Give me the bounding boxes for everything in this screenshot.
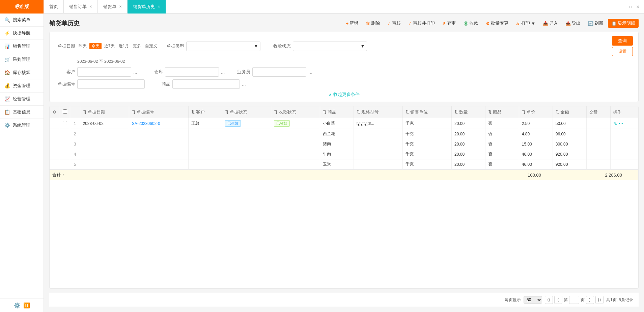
row-amount-4: 920.00 xyxy=(553,159,586,170)
page-next-btn[interactable]: ⟩ xyxy=(586,296,594,304)
row-edit-icon-0[interactable]: ✎ xyxy=(613,121,617,126)
page-input[interactable]: 1 xyxy=(569,296,579,304)
customer-input[interactable] xyxy=(77,67,131,77)
goods-ellipsis[interactable]: ... xyxy=(242,81,246,87)
show-detail-button[interactable]: 📋 显示明细 xyxy=(608,19,639,28)
shortcut-custom[interactable]: 自定义 xyxy=(144,43,159,49)
review-print-label: 审核并打印 xyxy=(413,20,435,26)
pause-footer-icon[interactable]: ⏸️ xyxy=(23,302,30,309)
tab-sales-goods-close[interactable]: ✕ xyxy=(119,5,122,8)
col-checkbox[interactable] xyxy=(60,106,70,118)
shortcut-today[interactable]: 今天 xyxy=(89,43,102,49)
col-date[interactable]: ⇅ 单据日期 xyxy=(80,106,129,118)
tab-sales-history[interactable]: 销货单历史 ✕ xyxy=(128,0,166,14)
toggle-more-btn[interactable]: ∧ 收起更多条件 xyxy=(55,92,633,98)
sidebar-item-sales-mgmt[interactable]: 📊 销售管理 xyxy=(0,40,44,53)
window-max-btn[interactable]: □ xyxy=(627,3,634,10)
col-unit[interactable]: ⇅ 销售单位 xyxy=(402,106,451,118)
col-spec[interactable]: ⇅ 规格型号 xyxy=(354,106,402,118)
col-doc-no[interactable]: ⇅ 单据编号 xyxy=(129,106,188,118)
import-button[interactable]: 📥 导入 xyxy=(540,19,561,28)
tab-sales-goods[interactable]: 销货单 ✕ xyxy=(98,0,128,14)
batch-change-button[interactable]: ⚙ 批量变更 xyxy=(483,19,511,28)
customer-ellipsis[interactable]: ... xyxy=(133,69,137,75)
sidebar-item-basic-info[interactable]: 📋 基础信息 xyxy=(0,106,44,119)
tab-sales-history-close[interactable]: ✕ xyxy=(158,5,160,8)
tab-sales-order[interactable]: 销售订单 ✕ xyxy=(64,0,98,14)
shortcut-1month[interactable]: 近1月 xyxy=(117,43,131,49)
filter-customer: 客户 ... xyxy=(55,67,137,77)
shortcut-more[interactable]: 更多 xyxy=(132,43,142,49)
footer-total-qty: 100.00 xyxy=(514,173,541,178)
row-doc-no-1[interactable] xyxy=(129,129,188,139)
show-detail-icon: 📋 xyxy=(611,21,617,26)
doc-no-input[interactable] xyxy=(77,79,145,89)
window-min-btn[interactable]: ─ xyxy=(620,3,626,10)
new-button[interactable]: + 新增 xyxy=(343,19,361,28)
review-print-button[interactable]: ✓ 审核并打印 xyxy=(405,19,438,28)
row-cb-3[interactable] xyxy=(60,149,70,159)
col-price[interactable]: ⇅ 单价 xyxy=(519,106,553,118)
sidebar-item-inventory[interactable]: 🏠 库存核算 xyxy=(0,66,44,79)
row-checkbox-0[interactable] xyxy=(63,121,67,125)
row-doc-no-3[interactable] xyxy=(129,149,188,159)
shortcut-7days[interactable]: 近7天 xyxy=(103,43,116,49)
print-button[interactable]: 🖨 打印 ▼ xyxy=(513,19,538,28)
collect-button[interactable]: 💲 收款 xyxy=(460,19,481,28)
row-more-icon-0[interactable]: ⋯ xyxy=(619,121,623,126)
warehouse-input[interactable] xyxy=(165,67,219,77)
agent-ellipsis[interactable]: ... xyxy=(308,69,312,75)
col-gear[interactable]: ⚙ xyxy=(50,106,60,118)
sys-mgmt-icon: ⚙️ xyxy=(4,122,10,128)
tab-sales-order-close[interactable]: ✕ xyxy=(89,5,92,8)
table-header-row: ⚙ ⇅ 单据日期 ⇅ 单据编号 ⇅ 客户 xyxy=(50,106,638,118)
window-close-btn[interactable]: ✕ xyxy=(635,3,641,10)
select-all-checkbox[interactable] xyxy=(63,109,67,114)
row-cb-0[interactable] xyxy=(60,118,70,129)
col-doc-status-label: 单据状态 xyxy=(230,109,247,114)
warehouse-ellipsis[interactable]: ... xyxy=(221,69,225,75)
page-prev-btn[interactable]: ⟨ xyxy=(554,296,562,304)
row-amount-0: 50.00 xyxy=(553,118,586,129)
col-gift[interactable]: ⇅ 赠品 xyxy=(485,106,519,118)
row-spec-0: tyjyjtyjdf... xyxy=(354,118,402,129)
pay-status-select[interactable]: ▼ xyxy=(293,42,367,51)
sidebar-item-sys-mgmt[interactable]: ⚙️ 系统管理 xyxy=(0,119,44,132)
per-page-select[interactable]: 50 100 200 xyxy=(524,296,542,304)
row-cb-4[interactable] xyxy=(60,159,70,170)
set-button[interactable]: 设置 xyxy=(612,47,633,56)
sidebar-item-purchase-mgmt[interactable]: 🛒 采购管理 xyxy=(0,53,44,66)
page-first-btn[interactable]: ⟨⟨ xyxy=(545,296,553,304)
total-info: 共1页, 5条记录 xyxy=(606,297,633,303)
sidebar-item-finance-mgmt[interactable]: 💰 资金管理 xyxy=(0,79,44,93)
export-button[interactable]: 📤 导出 xyxy=(563,19,583,28)
row-cb-2[interactable] xyxy=(60,139,70,149)
settings-footer-icon[interactable]: ⚙️ xyxy=(14,302,21,309)
col-amount[interactable]: ⇅ 金额 xyxy=(553,106,586,118)
footer-total-label: 合计： xyxy=(52,172,79,178)
sidebar-item-search-menu[interactable]: 🔍 搜索菜单 xyxy=(0,14,44,27)
agent-input[interactable] xyxy=(252,67,306,77)
row-doc-no-4[interactable] xyxy=(129,159,188,170)
col-doc-status[interactable]: ⇅ 单据状态 xyxy=(222,106,271,118)
row-doc-no-2[interactable] xyxy=(129,139,188,149)
goods-input[interactable] xyxy=(172,79,240,89)
sidebar-item-ops-mgmt[interactable]: 📈 经营管理 xyxy=(0,93,44,106)
col-customer[interactable]: ⇅ 客户 xyxy=(188,106,222,118)
row-cb-1[interactable] xyxy=(60,129,70,139)
tab-home[interactable]: 首页 xyxy=(44,0,64,14)
doc-type-select[interactable]: ▼ xyxy=(186,42,260,51)
abandon-button[interactable]: ✗ 弃审 xyxy=(440,19,458,28)
sidebar-item-quick-nav[interactable]: ⚡ 快捷导航 xyxy=(0,27,44,40)
page-last-btn[interactable]: ⟩⟩ xyxy=(595,296,604,304)
row-doc-no-0[interactable]: SA-20230602-0 xyxy=(129,118,188,129)
delete-button[interactable]: 🗑 删除 xyxy=(363,19,383,28)
print-label: 打印 xyxy=(521,20,530,26)
shortcut-yesterday[interactable]: 昨天 xyxy=(77,43,88,49)
col-goods[interactable]: ⇅ 商品 xyxy=(320,106,354,118)
col-qty[interactable]: ⇅ 数量 xyxy=(452,106,485,118)
review-button[interactable]: ✓ 审核 xyxy=(385,19,403,28)
col-pay-status[interactable]: ⇅ 收款状态 xyxy=(271,106,320,118)
refresh-button[interactable]: 🔄 刷新 xyxy=(585,19,606,28)
query-button[interactable]: 查询 xyxy=(612,36,633,46)
